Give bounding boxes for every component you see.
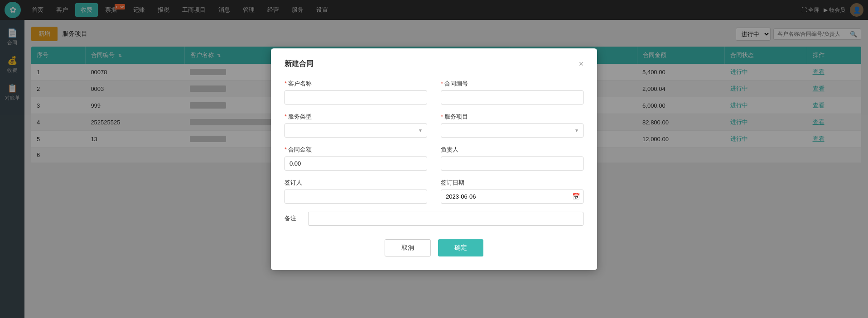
customer-name-label: *客户名称 [285, 80, 427, 88]
calendar-icon[interactable]: 📅 [572, 193, 580, 200]
signer-field: 签订人 [285, 179, 427, 204]
service-type-field: *服务类型 [285, 113, 427, 138]
sign-date-wrapper: 📅 [441, 190, 583, 204]
responsible-person-label: 负责人 [441, 146, 583, 154]
form-grid: *客户名称 *合同编号 *服务类型 *服务项目 [285, 80, 583, 226]
sign-date-label: 签订日期 [441, 179, 583, 187]
signer-input[interactable] [285, 190, 427, 204]
customer-name-field: *客户名称 [285, 80, 427, 104]
modal-footer: 取消 确定 [285, 239, 583, 256]
close-icon[interactable]: × [579, 60, 583, 68]
new-contract-modal: 新建合同 × *客户名称 *合同编号 *服务类型 [271, 48, 597, 270]
sign-date-field: 签订日期 📅 [441, 179, 583, 204]
service-type-select[interactable] [285, 123, 427, 138]
sign-date-input[interactable] [441, 190, 583, 204]
confirm-button[interactable]: 确定 [438, 239, 483, 256]
responsible-person-field: 负责人 [441, 146, 583, 171]
notes-label: 备注 [285, 214, 304, 223]
service-type-label: *服务类型 [285, 113, 427, 121]
contract-no-label: *合同编号 [441, 80, 583, 88]
contract-amount-label: *合同金额 [285, 146, 427, 154]
notes-field: 备注 [285, 212, 583, 226]
contract-amount-input[interactable] [285, 157, 427, 171]
service-item-select-wrapper [441, 123, 583, 138]
service-item-label: *服务项目 [441, 113, 583, 121]
cancel-button[interactable]: 取消 [385, 239, 431, 256]
signer-label: 签订人 [285, 179, 427, 187]
responsible-person-input[interactable] [441, 157, 583, 171]
customer-name-input[interactable] [285, 90, 427, 104]
contract-amount-field: *合同金额 [285, 146, 427, 171]
service-item-field: *服务项目 [441, 113, 583, 138]
modal-title: 新建合同 [285, 59, 313, 69]
contract-no-field: *合同编号 [441, 80, 583, 104]
service-type-select-wrapper [285, 123, 427, 138]
service-item-select[interactable] [441, 123, 583, 138]
contract-no-input[interactable] [441, 90, 583, 104]
modal-header: 新建合同 × [285, 59, 583, 69]
notes-input[interactable] [308, 212, 583, 226]
